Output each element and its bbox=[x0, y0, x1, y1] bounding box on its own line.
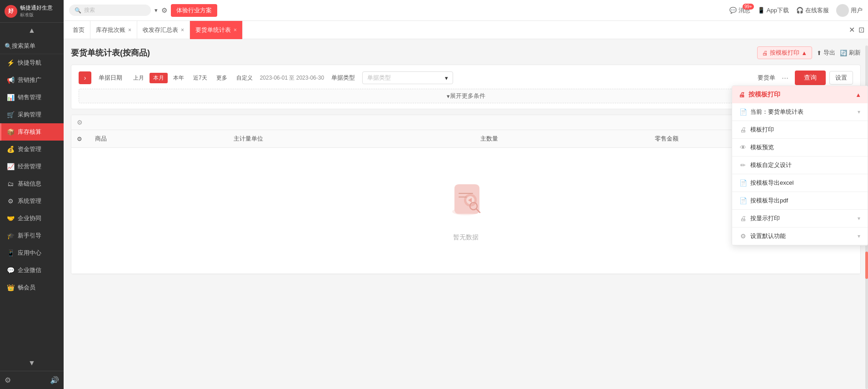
tab-home[interactable]: 首页 bbox=[67, 21, 90, 39]
dropdown-template-print-left: 🖨 模板打印 bbox=[739, 126, 774, 134]
print-template-btn[interactable]: 🖨 按模板打印 ▲ bbox=[757, 46, 812, 59]
sidebar-item-appstore[interactable]: 📱 应用中心 bbox=[0, 244, 64, 262]
topbar-dropdown-btn[interactable]: ▾ bbox=[155, 7, 158, 14]
sidebar-item-member[interactable]: 👑 畅会员 bbox=[0, 279, 64, 296]
more-options-icon[interactable]: ··· bbox=[779, 73, 791, 83]
refresh-btn[interactable]: 🔄 刷新 bbox=[840, 49, 861, 57]
sidebar-item-operation[interactable]: 📈 经营管理 bbox=[0, 158, 64, 175]
print-dropdown-collapse-icon[interactable]: ▲ bbox=[855, 91, 861, 98]
sidebar-item-collab[interactable]: 🤝 企业协同 bbox=[0, 210, 64, 227]
sidebar-item-sales[interactable]: 📊 销售管理 bbox=[0, 89, 64, 106]
message-icon: 💬 bbox=[729, 7, 737, 14]
export-label: 导出 bbox=[823, 49, 835, 57]
print-dropdown-title: 按模板打印 bbox=[748, 91, 780, 99]
dropdown-chevron-icon: ▾ bbox=[155, 7, 158, 14]
query-btn[interactable]: 查询 bbox=[795, 71, 826, 85]
date-options: 上月 本月 本年 近7天 更多 自定义 2023-06-01 至 2023-06… bbox=[130, 73, 324, 83]
tab-batch-account[interactable]: 库存批次账 × bbox=[90, 21, 137, 39]
date-opt-this-year[interactable]: 本年 bbox=[170, 73, 188, 83]
sidebar-item-inventory[interactable]: 📦 库存核算 bbox=[0, 123, 64, 141]
content-area: 要货单统计表(按商品) 🖨 按模板打印 ▲ ⬆ 导出 🔄 刷新 bbox=[64, 39, 868, 389]
sidebar-item-guide[interactable]: 🎓 新手引导 bbox=[0, 227, 64, 244]
tab-order-stats[interactable]: 要货单统计表 × bbox=[190, 21, 243, 39]
sidebar-scroll-up[interactable]: ▲ bbox=[0, 23, 64, 38]
dropdown-template-custom-section: ✏ 模板自定义设计 bbox=[732, 157, 868, 174]
sidebar-scroll-down[interactable]: ▼ bbox=[0, 355, 64, 371]
tab-receipt-summary[interactable]: 收发存汇总表 × bbox=[137, 21, 190, 39]
sidebar-search-label: 搜索菜单 bbox=[12, 42, 35, 50]
sidebar-item-system[interactable]: ⚙ 系统管理 bbox=[0, 192, 64, 210]
date-opt-more[interactable]: 更多 bbox=[213, 73, 231, 83]
tab-receipt-summary-label: 收发存汇总表 bbox=[143, 26, 178, 34]
dropdown-set-default-item[interactable]: ⚙ 设置默认功能 ▾ bbox=[732, 227, 868, 245]
dropdown-template-print-section: 🖨 模板打印 bbox=[732, 121, 868, 139]
dropdown-export-pdf-left: 📄 按模板导出pdf bbox=[739, 197, 788, 205]
tab-order-stats-close-icon[interactable]: × bbox=[234, 27, 237, 33]
system-icon: ⚙ bbox=[7, 197, 14, 205]
topbar-search-box[interactable]: 🔍 搜索 bbox=[69, 5, 151, 16]
dropdown-export-pdf-section: 📄 按模板导出pdf bbox=[732, 192, 868, 210]
dropdown-template-custom-left: ✏ 模板自定义设计 bbox=[739, 161, 792, 169]
topbar-right: 💬 消息 99+ 📱 App下载 🎧 在线客服 用户 bbox=[729, 4, 863, 17]
dropdown-export-pdf-item[interactable]: 📄 按模板导出pdf bbox=[732, 192, 868, 209]
trial-btn[interactable]: 体验行业方案 bbox=[171, 4, 217, 17]
sidebar-search[interactable]: 🔍 搜索菜单 bbox=[0, 38, 64, 54]
tab-receipt-summary-close-icon[interactable]: × bbox=[181, 27, 184, 33]
setting-btn[interactable]: 设置 bbox=[829, 71, 853, 85]
sidebar-item-basic[interactable]: 🗂 基础信息 bbox=[0, 175, 64, 192]
date-range-text: 2023-06-01 至 2023-06-30 bbox=[260, 74, 324, 82]
sidebar-item-marketing[interactable]: 📢 营销推广 bbox=[0, 71, 64, 89]
footer-audio-icon[interactable]: 🔊 bbox=[50, 376, 59, 384]
sidebar-footer: ⚙ 🔊 bbox=[0, 371, 64, 389]
basic-icon: 🗂 bbox=[7, 180, 14, 187]
scroll-up-btn[interactable]: ▲ bbox=[26, 25, 37, 36]
date-filter-label: 单据日期 bbox=[99, 74, 122, 82]
filter-actions: 要货单 ··· 查询 设置 bbox=[758, 71, 853, 85]
tab-maximize-icon[interactable]: ⊡ bbox=[858, 25, 864, 34]
display-print-icon: 🖨 bbox=[739, 215, 747, 222]
current-chevron-icon: ▾ bbox=[858, 109, 860, 115]
filter-row-1: › 单据日期 上月 本月 本年 近7天 更多 自定义 2023-06-01 至 … bbox=[79, 71, 853, 85]
dropdown-template-custom-item[interactable]: ✏ 模板自定义设计 bbox=[732, 157, 868, 174]
dropdown-export-excel-item[interactable]: 📄 按模板导出excel bbox=[732, 174, 868, 192]
filter-expand-btn[interactable]: › bbox=[79, 71, 91, 84]
footer-settings-icon[interactable]: ⚙ bbox=[5, 376, 11, 384]
app-download-btn[interactable]: 📱 App下载 bbox=[758, 6, 789, 15]
purchase-icon: 🛒 bbox=[7, 111, 14, 118]
dropdown-display-print-item[interactable]: 🖨 按显示打印 ▾ bbox=[732, 210, 868, 227]
export-btn[interactable]: ⬆ 导出 bbox=[817, 49, 835, 57]
appstore-icon: 📱 bbox=[7, 249, 14, 257]
tab-batch-account-close-icon[interactable]: × bbox=[128, 27, 131, 33]
scroll-down-btn[interactable]: ▼ bbox=[26, 357, 37, 369]
date-opt-this-month[interactable]: 本月 bbox=[150, 73, 168, 83]
sidebar-item-purchase[interactable]: 🛒 采购管理 bbox=[0, 106, 64, 123]
page-actions: 🖨 按模板打印 ▲ ⬆ 导出 🔄 刷新 bbox=[757, 46, 861, 59]
tab-close-window-icon[interactable]: ✕ bbox=[849, 25, 855, 34]
dropdown-template-print-item[interactable]: 🖨 模板打印 bbox=[732, 121, 868, 138]
dropdown-set-default-left: ⚙ 设置默认功能 bbox=[739, 232, 786, 240]
dropdown-set-default-label: 设置默认功能 bbox=[750, 232, 786, 240]
sidebar-item-finance[interactable]: 💰 资金管理 bbox=[0, 141, 64, 158]
sidebar-item-wechat[interactable]: 💬 企业微信 bbox=[0, 262, 64, 279]
sidebar-item-quick-nav[interactable]: ⚡ 快捷导航 bbox=[0, 54, 64, 71]
date-opt-last-month[interactable]: 上月 bbox=[130, 73, 148, 83]
display-print-chevron-icon: ▾ bbox=[858, 215, 860, 222]
guide-icon: 🎓 bbox=[7, 232, 14, 239]
dropdown-display-print-section: 🖨 按显示打印 ▾ bbox=[732, 210, 868, 227]
dropdown-template-preview-item[interactable]: 👁 模板预览 bbox=[732, 139, 868, 156]
user-avatar-btn[interactable]: 用户 bbox=[836, 4, 863, 17]
date-opt-7days[interactable]: 近7天 bbox=[190, 73, 211, 83]
online-service-btn[interactable]: 🎧 在线客服 bbox=[796, 6, 829, 15]
topbar-settings-icon[interactable]: ⚙ bbox=[161, 6, 167, 15]
download-icon: 📱 bbox=[758, 7, 765, 14]
dropdown-current-item[interactable]: 📄 当前：要货单统计表 ▾ bbox=[732, 103, 868, 121]
date-opt-custom[interactable]: 自定义 bbox=[233, 73, 256, 83]
table-settings-icon[interactable]: ⚙ bbox=[77, 119, 83, 126]
sidebar-item-label: 系统管理 bbox=[18, 197, 41, 205]
quick-nav-icon: ⚡ bbox=[7, 59, 14, 66]
type-filter-select[interactable]: 单据类型 ▾ bbox=[362, 71, 453, 84]
sidebar-item-label: 资金管理 bbox=[18, 145, 41, 153]
scroll-thumb[interactable] bbox=[865, 252, 868, 279]
collab-icon: 🤝 bbox=[7, 215, 14, 222]
messages-btn[interactable]: 💬 消息 99+ bbox=[729, 6, 750, 15]
